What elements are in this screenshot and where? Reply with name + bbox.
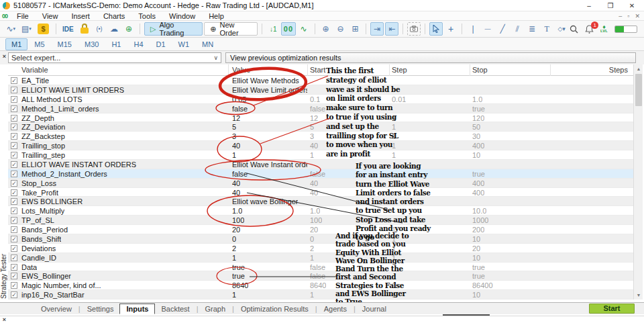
- scroll-up-icon[interactable]: ▲: [634, 64, 643, 73]
- cell-start[interactable]: 1: [310, 291, 314, 299]
- menu-item[interactable]: Tools: [134, 12, 165, 20]
- table-row[interactable]: ✓ EA_Title Elliot Wave Methods: [8, 76, 633, 85]
- tick-chart-icon[interactable]: ↓1: [266, 22, 280, 36]
- tile-windows-icon[interactable]: ⊞: [348, 22, 362, 36]
- cell-step[interactable]: 1: [392, 254, 396, 262]
- mdi-close-button[interactable]: ✕: [635, 13, 640, 19]
- algo-trading-button[interactable]: ▷ Algo Trading: [144, 22, 203, 36]
- menu-item[interactable]: File: [13, 12, 38, 20]
- table-row[interactable]: ✓ Data true false true: [8, 263, 633, 272]
- table-row[interactable]: ✓ Trailling_step 1 1 1 10: [8, 150, 633, 160]
- cell-start[interactable]: 1: [310, 254, 314, 262]
- table-row[interactable]: ✓ Stop_Loss 40 40 400: [8, 179, 633, 188]
- cell-value[interactable]: false: [232, 170, 248, 178]
- cell-stop[interactable]: 200: [472, 226, 484, 234]
- cell-step[interactable]: 1: [392, 235, 396, 243]
- horizontal-line-icon[interactable]: —: [481, 22, 494, 36]
- row-checkbox[interactable]: ✓: [11, 189, 17, 196]
- cell-value[interactable]: Elliot Wave Methods: [232, 77, 299, 85]
- row-checkbox[interactable]: ✓: [11, 96, 17, 103]
- col-steps[interactable]: Steps: [609, 66, 628, 74]
- scroll-down-icon[interactable]: ▼: [634, 291, 643, 299]
- cell-start[interactable]: 100: [310, 216, 322, 224]
- cell-start[interactable]: false: [310, 170, 325, 178]
- cell-stop[interactable]: 1000: [472, 216, 488, 224]
- mdi-restore-button[interactable]: ▫: [627, 13, 629, 19]
- col-step[interactable]: Step: [392, 66, 407, 74]
- step-forward-icon[interactable]: ⇥: [370, 22, 384, 36]
- col-variable[interactable]: Variable: [21, 66, 48, 74]
- cell-value[interactable]: 20: [232, 226, 240, 234]
- cell-step[interactable]: 1: [392, 291, 396, 299]
- cell-start[interactable]: 40: [310, 142, 318, 150]
- cell-value[interactable]: 12: [232, 114, 240, 122]
- table-row[interactable]: ✓ Method_1_Limit_orders false false true: [8, 104, 633, 113]
- channel-icon[interactable]: ⫽: [511, 22, 524, 36]
- scrollbar-thumb[interactable]: [635, 74, 642, 106]
- cell-stop[interactable]: 400: [472, 142, 484, 150]
- cell-stop[interactable]: 10: [472, 151, 480, 159]
- table-row[interactable]: ✓ EWS_Bollinger true false true: [8, 271, 633, 281]
- row-checkbox[interactable]: ✓: [11, 291, 17, 298]
- menu-item[interactable]: Insert: [67, 12, 99, 20]
- row-checkbox[interactable]: ✓: [11, 255, 17, 261]
- lvl-icon[interactable]: ♦LVL: [600, 25, 608, 33]
- cell-start[interactable]: 2: [310, 244, 314, 252]
- timeframe-button[interactable]: D1: [150, 38, 172, 50]
- ide-button[interactable]: IDE: [60, 22, 76, 36]
- timeframe-button[interactable]: M15: [52, 38, 78, 50]
- cell-stop[interactable]: 30: [472, 132, 480, 140]
- cell-start[interactable]: false: [310, 272, 325, 280]
- cell-stop[interactable]: 400: [472, 179, 484, 187]
- row-checkbox[interactable]: ✓: [11, 180, 17, 187]
- table-row[interactable]: ✓ Trailling_stop 40 40 1 400: [8, 141, 633, 150]
- row-checkbox[interactable]: ✓: [11, 245, 17, 252]
- tester-tab[interactable]: Journal: [356, 304, 392, 314]
- cell-value[interactable]: 1.0: [232, 207, 242, 215]
- close-button[interactable]: ✕: [628, 2, 636, 9]
- tester-tab[interactable]: Graph: [199, 304, 232, 314]
- crosshair-icon[interactable]: +: [444, 22, 458, 36]
- alerts-icon[interactable]: 1: [585, 25, 594, 34]
- row-checkbox[interactable]: ✓: [11, 282, 17, 289]
- cell-value[interactable]: 2: [232, 244, 236, 252]
- trendline-icon[interactable]: ╱: [496, 22, 509, 36]
- cell-stop[interactable]: 86400: [472, 281, 493, 289]
- cell-value[interactable]: 0.05: [232, 95, 246, 103]
- zoom-out-icon[interactable]: ⊖: [333, 22, 347, 36]
- timeframe-button[interactable]: H1: [105, 38, 127, 50]
- cell-start[interactable]: 3: [310, 132, 314, 140]
- step-back-icon[interactable]: ⇤: [385, 22, 398, 36]
- row-checkbox[interactable]: ✓: [11, 87, 17, 93]
- table-row[interactable]: ✓ Lots_Multiply 1.0 1.0 10.0: [8, 206, 633, 216]
- col-start[interactable]: Start: [310, 66, 325, 74]
- cell-stop[interactable]: 10: [472, 291, 480, 299]
- table-row[interactable]: ✓ ELLIOT WAVE INSTANT ORDERS Elliot Wave…: [8, 160, 633, 169]
- cell-step[interactable]: 1: [392, 281, 396, 289]
- cell-value[interactable]: 0: [232, 235, 236, 243]
- cell-step[interactable]: 1: [392, 142, 396, 150]
- tester-tab[interactable]: Inputs: [119, 304, 155, 314]
- col-value[interactable]: Value: [232, 66, 250, 74]
- table-row[interactable]: ✓ ZZ_Backstep 3 3 1 30: [8, 132, 633, 141]
- cell-value[interactable]: 5: [232, 123, 236, 131]
- cloud-icon[interactable]: ☁: [107, 22, 121, 36]
- cell-stop[interactable]: true: [472, 263, 485, 271]
- cell-value[interactable]: 8640: [232, 281, 248, 289]
- cell-step[interactable]: 1: [392, 151, 396, 159]
- cell-stop[interactable]: 50: [472, 123, 480, 131]
- table-row[interactable]: ✓ Method_2_Instant_Orders false false tr…: [8, 169, 633, 179]
- timeframe-button[interactable]: H4: [127, 38, 149, 50]
- timeframe-button[interactable]: W1: [172, 38, 196, 50]
- cell-stop[interactable]: 1.0: [472, 95, 482, 103]
- row-checkbox[interactable]: ✓: [11, 142, 17, 149]
- zoom-in-icon[interactable]: ⊕: [319, 22, 332, 36]
- table-row[interactable]: ✓ EWS BOLLINGER Elliot wave Bollinger: [8, 197, 633, 206]
- row-checkbox[interactable]: ✓: [11, 115, 17, 122]
- cell-value[interactable]: true: [232, 263, 245, 271]
- deposit-icon[interactable]: $: [35, 22, 52, 36]
- cell-stop[interactable]: true: [472, 170, 485, 178]
- search-icon[interactable]: [570, 25, 578, 34]
- cell-step[interactable]: 1: [392, 114, 396, 122]
- cell-step[interactable]: 1: [392, 226, 396, 234]
